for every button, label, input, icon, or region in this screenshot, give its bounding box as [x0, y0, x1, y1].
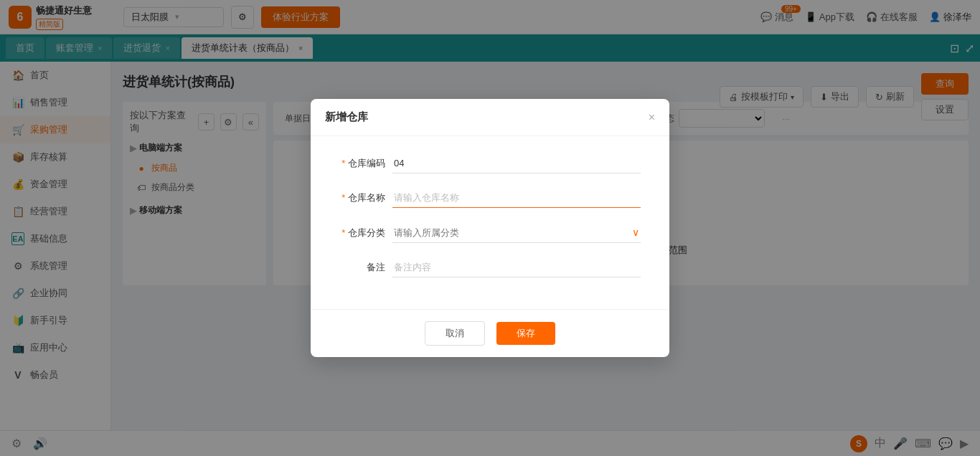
warehouse-category-row: 仓库分类 ∨ — [339, 222, 641, 243]
modal-overlay: 新增仓库 × 仓库编码 仓库名称 仓库分类 ∨ — [0, 0, 980, 456]
chevron-down-icon: ∨ — [632, 227, 639, 238]
category-label: 仓库分类 — [339, 227, 385, 239]
warehouse-code-row: 仓库编码 — [339, 153, 641, 174]
code-label: 仓库编码 — [339, 157, 385, 170]
cancel-button[interactable]: 取消 — [425, 321, 485, 346]
add-warehouse-modal: 新增仓库 × 仓库编码 仓库名称 仓库分类 ∨ — [311, 99, 669, 357]
modal-footer: 取消 保存 — [311, 309, 669, 357]
save-button[interactable]: 保存 — [496, 322, 555, 345]
modal-close-button[interactable]: × — [649, 111, 655, 124]
modal-header: 新增仓库 × — [311, 99, 669, 136]
warehouse-name-input[interactable] — [392, 188, 641, 208]
warehouse-note-input[interactable] — [392, 257, 641, 277]
warehouse-code-input[interactable] — [392, 153, 641, 174]
category-select[interactable]: ∨ — [392, 222, 641, 243]
category-input[interactable] — [394, 227, 632, 238]
modal-body: 仓库编码 仓库名称 仓库分类 ∨ 备注 — [311, 136, 669, 309]
note-label: 备注 — [339, 261, 385, 274]
name-label: 仓库名称 — [339, 191, 385, 204]
warehouse-name-row: 仓库名称 — [339, 188, 641, 208]
modal-title: 新增仓库 — [325, 110, 368, 124]
warehouse-note-row: 备注 — [339, 257, 641, 277]
